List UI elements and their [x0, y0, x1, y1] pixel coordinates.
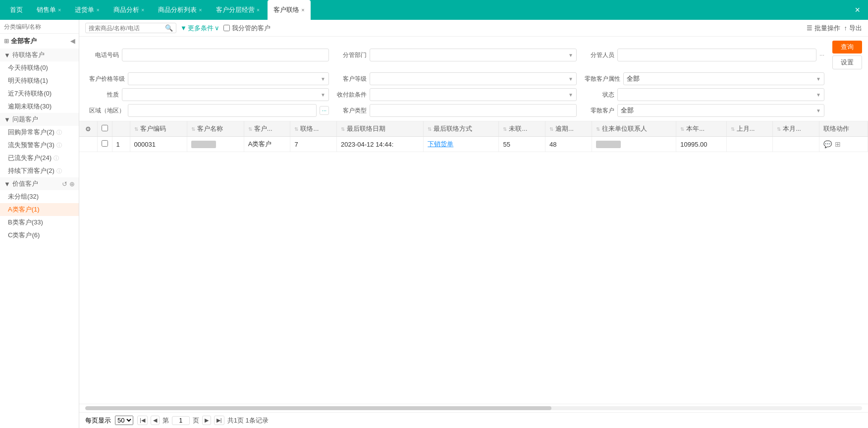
- last-method-link[interactable]: 下销货单: [428, 140, 453, 148]
- sidebar-item-declining[interactable]: 持续下滑客户(2) ⓘ: [0, 164, 79, 177]
- prev-page-btn[interactable]: ◀: [151, 416, 160, 425]
- nav-tab-analysis-list[interactable]: 商品分析列表 ×: [152, 0, 208, 20]
- page-input[interactable]: [172, 416, 190, 425]
- person-more-icon[interactable]: ···: [819, 52, 824, 58]
- area-input[interactable]: [131, 107, 313, 114]
- nav-tab-sales[interactable]: 销售单 ×: [31, 0, 67, 20]
- row-unit-contact: RE .: [592, 137, 676, 152]
- th-checkbox: [97, 121, 112, 137]
- sort-icon-not-linked[interactable]: ⇅: [503, 126, 507, 132]
- price-level-select[interactable]: ▼: [128, 72, 329, 85]
- sidebar-search-input[interactable]: [4, 23, 78, 30]
- person-input[interactable]: [621, 52, 813, 58]
- sidebar-collapse-icon[interactable]: ◀: [70, 38, 75, 45]
- area-input-wrap[interactable]: [128, 104, 317, 117]
- more-filter-btn[interactable]: ▼ 更多条件 ∨: [180, 24, 219, 33]
- sidebar-item-tomorrow[interactable]: 明天待联络(1): [0, 74, 79, 87]
- info-icon-2: ⓘ: [54, 155, 59, 162]
- add-group-icon[interactable]: ⊕: [69, 180, 75, 188]
- my-customer-checkbox-label[interactable]: 我分管的客户: [223, 24, 271, 33]
- customer-level-label: 客户等级: [337, 75, 367, 83]
- main-search-icon[interactable]: 🔍: [165, 24, 173, 32]
- customer-type-input[interactable]: [373, 107, 573, 114]
- filter-cell-dept: 分管部门 ▼: [333, 49, 581, 61]
- retail-select[interactable]: 全部 ▼: [617, 104, 824, 117]
- sort-icon-last-date[interactable]: ⇅: [341, 126, 345, 132]
- sidebar-group-problem[interactable]: ▼ 问题客户: [0, 113, 79, 126]
- qr-icon[interactable]: ⊞: [835, 140, 841, 148]
- window-close-button[interactable]: ×: [851, 5, 864, 15]
- sidebar-item-ungrouped[interactable]: 未分组(32): [0, 190, 79, 203]
- sort-icon-contact[interactable]: ⇅: [294, 126, 298, 132]
- settings-gear-icon[interactable]: ⚙: [85, 125, 91, 133]
- customer-table: ⚙ ⇅ 客户编码: [79, 121, 868, 152]
- first-page-btn[interactable]: |◀: [137, 416, 148, 425]
- sort-icon-name[interactable]: ⇅: [191, 126, 195, 132]
- chat-icon[interactable]: 💬: [823, 140, 832, 148]
- retail-attr-select[interactable]: 全部 ▼: [623, 72, 824, 85]
- nav-home[interactable]: 首页: [4, 0, 29, 20]
- filter-row-2: 客户价格等级 ▼ 客户等级 ▼ 零散客户属性 全部: [85, 72, 862, 85]
- row-overdue: 48: [545, 137, 592, 152]
- pay-select[interactable]: ▼: [370, 88, 577, 101]
- my-customer-checkbox[interactable]: [223, 25, 230, 31]
- nature-select[interactable]: ▼: [122, 88, 329, 101]
- main-search-input[interactable]: [89, 25, 163, 32]
- sidebar-item-a-class[interactable]: A类客户(1): [0, 203, 79, 216]
- area-more-btn[interactable]: ···: [320, 106, 329, 115]
- customer-level-select[interactable]: ▼: [370, 72, 577, 85]
- customer-type-input-wrap[interactable]: [370, 104, 577, 117]
- close-tab-customer-contact[interactable]: ×: [301, 7, 304, 13]
- main-search-wrap[interactable]: 🔍: [85, 23, 176, 33]
- status-select[interactable]: ▼: [617, 88, 824, 101]
- nav-tab-purchase[interactable]: 进货单 ×: [69, 0, 105, 20]
- sidebar-item-c-class[interactable]: C类客户(6): [0, 229, 79, 242]
- nav-tab-customer-contact[interactable]: 客户联络 ×: [268, 0, 310, 20]
- sort-icon-this-year[interactable]: ⇅: [680, 126, 684, 132]
- sort-icon-code[interactable]: ⇅: [134, 126, 138, 132]
- sort-icon-overdue[interactable]: ⇅: [549, 126, 553, 132]
- nav-tab-customer-tier[interactable]: 客户分层经营 ×: [210, 0, 266, 20]
- sidebar-group-value[interactable]: ▼ 价值客户 ↺ ⊕: [0, 177, 79, 190]
- sort-icon-unit-contact[interactable]: ⇅: [596, 126, 600, 132]
- arrow-icon3: ▼: [4, 180, 10, 188]
- sort-icon-last-method[interactable]: ⇅: [428, 126, 432, 132]
- batch-op-btn[interactable]: ☰ 批量操作: [807, 24, 840, 33]
- close-tab-customer-tier[interactable]: ×: [257, 7, 260, 13]
- sidebar-item-churned[interactable]: 已流失客户(24) ⓘ: [0, 152, 79, 164]
- select-all-checkbox[interactable]: [102, 125, 108, 131]
- filter-panel: 电话号码 分管部门 ▼ 分管人员: [79, 37, 868, 121]
- sidebar-item-repurchase-abnormal[interactable]: 回购异常客户(2) ⓘ: [0, 126, 79, 139]
- sidebar-item-b-class[interactable]: B类客户(33): [0, 216, 79, 229]
- refresh-icon[interactable]: ↺: [62, 180, 67, 188]
- horizontal-scrollbar[interactable]: [85, 406, 862, 410]
- filter-cell-status: 状态 ▼: [581, 88, 828, 101]
- sidebar-all-customers[interactable]: ⊞ 全部客户 ◀: [0, 34, 79, 49]
- settings-button[interactable]: 设置: [832, 55, 862, 69]
- sort-icon-last-month[interactable]: ⇅: [731, 126, 735, 132]
- last-page-btn[interactable]: ▶|: [214, 416, 224, 425]
- sidebar-item-today[interactable]: 今天待联络(0): [0, 61, 79, 74]
- person-input-wrap[interactable]: [617, 49, 816, 61]
- sort-icon-type[interactable]: ⇅: [248, 126, 252, 132]
- row-checkbox[interactable]: [102, 140, 108, 147]
- sidebar-group-pending[interactable]: ▼ 待联络客户: [0, 49, 79, 61]
- dept-select[interactable]: ▼: [370, 49, 577, 61]
- sidebar-item-churn-warning[interactable]: 流失预警客户(3) ⓘ: [0, 139, 79, 152]
- close-tab-analysis[interactable]: ×: [141, 7, 144, 13]
- query-button[interactable]: 查询: [832, 41, 862, 54]
- export-btn[interactable]: ↑ 导出: [844, 24, 863, 33]
- close-tab-sales[interactable]: ×: [58, 7, 61, 13]
- sort-icon-this-month[interactable]: ⇅: [777, 126, 781, 132]
- th-type: ⇅ 客户...: [244, 121, 290, 137]
- phone-input[interactable]: [125, 52, 326, 58]
- sidebar-item-7days[interactable]: 近7天待联络(0): [0, 87, 79, 100]
- close-tab-analysis-list[interactable]: ×: [199, 7, 202, 13]
- sidebar-item-overdue[interactable]: 逾期未联络(30): [0, 100, 79, 113]
- phone-input-wrap[interactable]: [122, 49, 329, 61]
- filter-row-4: 区域（地区） ··· 客户类型 零散客户 全部 ▼: [85, 104, 862, 117]
- next-page-btn[interactable]: ▶: [202, 416, 211, 425]
- close-tab-purchase[interactable]: ×: [96, 7, 99, 13]
- per-page-select[interactable]: 50: [115, 416, 133, 425]
- nav-tab-analysis[interactable]: 商品分析 ×: [108, 0, 150, 20]
